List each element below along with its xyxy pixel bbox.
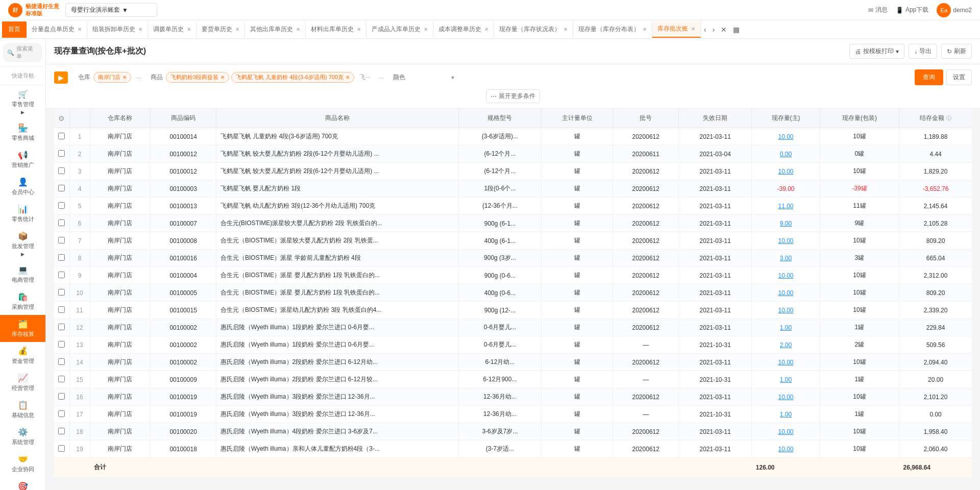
tab-close-icon[interactable]: ✕ [138,27,142,32]
tag-close-icon[interactable]: ✕ [220,75,225,80]
sidebar-item-enterprise[interactable]: 🤝 企业协同 [0,450,45,477]
row-qty-main[interactable]: 3.00 [752,250,820,267]
tab-cost-adjust[interactable]: 成本调整单历史 ✕ [433,21,494,38]
row-checkbox[interactable] [54,354,69,371]
tab-inventory-split[interactable]: 分量盘点单历史 ✕ [27,21,87,38]
tab-demand[interactable]: 要货单历史 ✕ [197,21,245,38]
tab-close-icon[interactable]: ✕ [235,27,239,32]
row-qty-main[interactable]: 10.00 [752,267,820,284]
row-qty-main[interactable]: 10.00 [752,232,820,250]
row-qty-main[interactable]: 10.00 [752,163,820,180]
tab-close-icon[interactable]: ✕ [296,27,300,32]
tab-close-icon[interactable]: ✕ [691,26,695,32]
tab-material-out[interactable]: 材料出库单历史 ✕ [306,21,366,38]
export-button[interactable]: ↓ 导出 [909,44,937,59]
tab-stock-dist[interactable]: 现存量（库存分布表） ✕ [573,21,652,38]
color-dropdown-icon[interactable]: ▾ [451,74,454,81]
row-checkbox[interactable] [54,250,69,267]
tab-product-in[interactable]: 产成品入库单历史 ✕ [366,21,433,38]
tag-close-icon[interactable]: ✕ [122,75,127,80]
sidebar-item-purchase[interactable]: 🛍️ 采购管理 [0,288,45,315]
filter-ellipsis[interactable]: ··· [376,73,387,82]
row-qty-main[interactable]: 1.00 [752,371,820,388]
row-checkbox[interactable] [54,232,69,250]
row-qty-main[interactable]: 10.00 [752,302,820,319]
sidebar-item-inventory[interactable]: 🗂️ 库存核算 [0,315,45,342]
row-checkbox[interactable] [54,145,69,163]
row-checkbox[interactable] [54,302,69,319]
row-checkbox[interactable] [54,388,69,406]
product-tag-1[interactable]: 飞鹤奶粉3段两提装 ✕ [166,72,229,83]
sidebar-item-operations[interactable]: 📈 经营管理 [0,369,45,396]
sidebar-item-ecommerce[interactable]: 💻 电商管理 [0,261,45,288]
row-checkbox[interactable] [54,406,69,423]
tab-disassemble[interactable]: 组装拆卸单历史 ✕ [87,21,148,38]
row-checkbox[interactable] [54,319,69,336]
sidebar-item-finance[interactable]: 💰 资金管理 [0,342,45,369]
template-print-button[interactable]: 🖨 按模板打印 ▾ [849,44,904,59]
sidebar-item-member[interactable]: 👤 会员中心 [0,173,45,200]
row-checkbox[interactable] [54,336,69,354]
tab-close-icon[interactable]: ✕ [187,27,191,32]
refresh-button[interactable]: ↻ 刷新 [941,44,972,59]
sidebar-item-marketing[interactable]: 📢 营销推广 [0,146,45,173]
row-checkbox[interactable] [54,284,69,302]
sidebar-search-box[interactable]: 🔍 搜索菜单 [3,43,42,62]
sidebar-item-retail[interactable]: 🛒 零售管理 ▶ [0,85,45,119]
warehouse-tag-nananmen[interactable]: 南岸门店 ✕ [93,72,131,83]
row-checkbox[interactable] [54,163,69,180]
row-qty-main[interactable]: 0.00 [752,145,820,163]
tab-home[interactable]: 首页 [2,21,27,38]
tab-next-button[interactable]: › [709,26,718,34]
row-checkbox[interactable] [54,180,69,198]
row-qty-main[interactable]: 10.00 [752,423,820,440]
tab-close-icon[interactable]: ✕ [564,27,568,32]
tab-close-icon[interactable]: ✕ [484,27,488,32]
row-checkbox[interactable] [54,198,69,215]
tab-batch-ledger[interactable]: 库存批次账 ✕ [652,21,701,38]
row-checkbox[interactable] [54,215,69,232]
tab-close-icon[interactable]: ✕ [643,27,647,32]
filter-more-products-button[interactable]: 飞··· [356,72,374,83]
row-checkbox[interactable] [54,440,69,458]
expand-conditions-button[interactable]: ⋯ 展开更多条件 [486,89,540,103]
row-checkbox[interactable] [54,423,69,440]
tab-close-icon[interactable]: ✕ [424,27,428,32]
tab-close-all-button[interactable]: ✕ [718,26,730,34]
row-qty-main[interactable]: 10.00 [752,440,820,458]
row-checkbox[interactable] [54,267,69,284]
tab-allocate[interactable]: 调拨单历史 ✕ [148,21,197,38]
row-checkbox[interactable] [54,371,69,388]
sidebar-item-wholesale[interactable]: 📦 批发管理 ▶ [0,227,45,261]
row-checkbox[interactable] [54,128,69,145]
row-qty-main[interactable]: 2.00 [752,336,820,354]
user-info[interactable]: Ea demo2 [937,3,972,17]
sidebar-item-system[interactable]: ⚙️ 系统管理 [0,423,45,450]
row-qty-main[interactable]: 10.00 [752,128,820,145]
tag-close-icon[interactable]: ✕ [346,75,350,80]
filter-more-button[interactable]: ··· [133,73,144,82]
row-qty-main[interactable]: 11.00 [752,198,820,215]
tab-close-icon[interactable]: ✕ [78,27,82,32]
message-button[interactable]: ✉ 消息 [868,6,888,14]
app-download-button[interactable]: 📱 App下载 [896,6,928,14]
sidebar-item-stats[interactable]: 📊 零售统计 [0,200,45,227]
tab-other-out[interactable]: 其他出库单历史 ✕ [245,21,306,38]
sidebar-item-shop[interactable]: 🏪 零售商城 [0,119,45,146]
tab-menu-button[interactable]: ▦ [730,26,743,34]
product-tag-2[interactable]: 飞鹤星飞帆 儿童奶粉 4段(3-6岁适用) 700克 ✕ [231,72,354,83]
row-qty-main[interactable]: 10.00 [752,284,820,302]
setting-button[interactable]: 设置 [946,69,972,85]
row-qty-main[interactable]: 10.00 [752,388,820,406]
sidebar-item-guide[interactable]: 🎯 新手引导 [0,477,45,490]
row-qty-main[interactable]: 1.00 [752,319,820,336]
tab-close-icon[interactable]: ✕ [357,27,361,32]
row-qty-main[interactable]: 9.00 [752,215,820,232]
filter-expand-arrow[interactable]: ▶ [54,71,68,84]
row-qty-main[interactable]: 1.00 [752,406,820,423]
col-settings[interactable]: ⚙ [54,109,69,128]
sidebar-item-basic[interactable]: 📋 基础信息 [0,396,45,423]
org-selector[interactable]: 母婴行业演示账套 ▼ [65,3,157,17]
row-qty-main[interactable]: 10.00 [752,354,820,371]
tab-stock-status[interactable]: 现存量（库存状况表） ✕ [494,21,573,38]
